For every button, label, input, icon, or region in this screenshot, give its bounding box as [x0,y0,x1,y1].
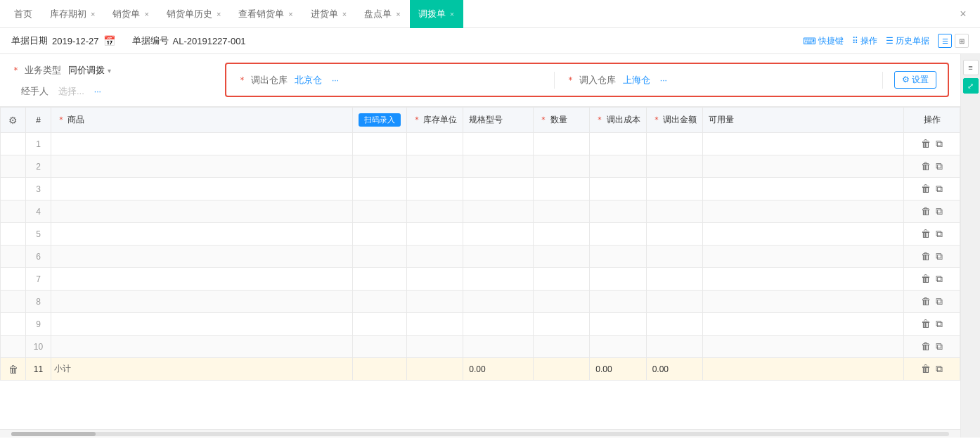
row-spec-cell-2[interactable] [463,155,534,178]
row-delete-btn-9[interactable]: 🗑 [921,318,931,329]
sidebar-expand-button[interactable]: ⤢ [963,78,979,94]
row-unit-cell-9[interactable] [406,313,463,336]
transfer-in-value[interactable]: 上海仓 [623,74,650,87]
row-copy-btn-sub[interactable]: ⧉ [936,363,943,375]
form-setting-button[interactable]: ⚙ 设置 [894,71,936,89]
row-product-cell-2[interactable] [51,155,353,178]
row-cost-cell-2[interactable] [590,155,646,178]
row-unit-cell-4[interactable] [406,200,463,223]
tab-purchase-close[interactable]: × [342,10,347,18]
row-spec-cell-1[interactable] [463,133,534,155]
row-cost-cell-4[interactable] [590,200,646,223]
row-cost-cell-10[interactable] [590,336,646,358]
biz-type-select[interactable]: 同价调拨 ▾ [65,63,114,78]
row-amount-cell-10[interactable] [646,336,702,358]
calendar-icon[interactable]: 📅 [103,35,115,46]
row-delete-btn-5[interactable]: 🗑 [921,228,931,239]
row-amount-cell-1[interactable] [646,133,702,155]
row-unit-cell-10[interactable] [406,336,463,358]
row-spec-cell-6[interactable] [463,246,534,268]
row-spec-cell-3[interactable] [463,178,534,200]
agent-more-icon[interactable]: ··· [94,87,101,96]
row-amount-cell-3[interactable] [646,178,702,200]
row-unit-cell-2[interactable] [406,155,463,178]
row-copy-btn-1[interactable]: ⧉ [936,138,943,150]
row-amount-cell-2[interactable] [646,155,702,178]
tab-sales-history-close[interactable]: × [217,10,221,18]
row-qty-cell-5[interactable] [534,223,590,246]
tab-inventory-check-close[interactable]: × [396,10,400,18]
tab-home[interactable]: 首页 [6,0,41,28]
row-unit-cell-7[interactable] [406,268,463,291]
row-product-cell-10[interactable] [51,336,353,358]
row-spec-cell-7[interactable] [463,268,534,291]
scrollbar-area[interactable] [0,429,960,438]
row-unit-cell-8[interactable] [406,291,463,313]
row-amount-cell-5[interactable] [646,223,702,246]
row-qty-cell-7[interactable] [534,268,590,291]
row-product-cell-8[interactable] [51,291,353,313]
tab-inventory-init[interactable]: 库存期初 × [41,0,104,28]
agent-placeholder[interactable]: 选择... [58,85,84,98]
tab-transfer-close[interactable]: × [450,10,454,18]
row-cost-cell-3[interactable] [590,178,646,200]
row-qty-cell-10[interactable] [534,336,590,358]
transfer-in-more-icon[interactable]: ··· [660,75,667,85]
row-qty-cell-9[interactable] [534,313,590,336]
row-copy-btn-2[interactable]: ⧉ [936,160,943,172]
row-product-cell-3[interactable] [51,178,353,200]
row-delete-btn-sub[interactable]: 🗑 [921,363,931,374]
row-unit-cell-3[interactable] [406,178,463,200]
table-gear-button[interactable]: ⚙ [8,115,18,126]
row-spec-cell-5[interactable] [463,223,534,246]
row-unit-cell-5[interactable] [406,223,463,246]
row-spec-cell-10[interactable] [463,336,534,358]
tab-view-sales[interactable]: 查看销货单 × [230,0,302,28]
tab-transfer[interactable]: 调拨单 × [410,0,463,28]
row-qty-cell-8[interactable] [534,291,590,313]
row-qty-cell-3[interactable] [534,178,590,200]
row-delete-btn-2[interactable]: 🗑 [921,160,931,172]
tab-inventory-init-close[interactable]: × [91,10,95,18]
row-delete-btn-8[interactable]: 🗑 [921,295,931,307]
layout-list-icon[interactable]: ☰ [938,34,952,48]
row-product-cell-5[interactable] [51,223,353,246]
row-spec-cell-8[interactable] [463,291,534,313]
row-delete-btn-10[interactable]: 🗑 [921,340,931,352]
window-close-button[interactable]: × [952,3,974,25]
row-cost-cell-7[interactable] [590,268,646,291]
row-amount-cell-9[interactable] [646,313,702,336]
row-copy-btn-4[interactable]: ⧉ [936,205,943,217]
row-copy-btn-6[interactable]: ⧉ [936,250,943,262]
row-spec-cell-4[interactable] [463,200,534,223]
row-amount-cell-4[interactable] [646,200,702,223]
sidebar-note-button[interactable]: ≡ [963,60,979,75]
history-btn[interactable]: ☰ 历史单据 [886,35,929,47]
tab-sales-history[interactable]: 销货单历史 × [158,0,230,28]
row-copy-btn-7[interactable]: ⧉ [936,273,943,285]
row-product-cell-4[interactable] [51,200,353,223]
row-copy-btn-10[interactable]: ⧉ [936,340,943,352]
row-product-cell-1[interactable] [51,133,353,155]
row-delete-btn[interactable]: 🗑 [8,364,18,375]
row-spec-cell-9[interactable] [463,313,534,336]
tab-purchase[interactable]: 进货单 × [302,0,356,28]
row-product-cell-9[interactable] [51,313,353,336]
row-cost-cell-1[interactable] [590,133,646,155]
row-cost-cell-5[interactable] [590,223,646,246]
row-delete-btn-7[interactable]: 🗑 [921,273,931,284]
row-amount-cell-7[interactable] [646,268,702,291]
row-unit-cell-6[interactable] [406,246,463,268]
row-delete-btn-6[interactable]: 🗑 [921,250,931,262]
row-copy-btn-5[interactable]: ⧉ [936,228,943,240]
row-copy-btn-9[interactable]: ⧉ [936,318,943,330]
row-cost-cell-8[interactable] [590,291,646,313]
row-qty-cell-2[interactable] [534,155,590,178]
row-delete-btn-3[interactable]: 🗑 [921,183,931,194]
row-amount-cell-6[interactable] [646,246,702,268]
row-qty-cell-6[interactable] [534,246,590,268]
tab-view-sales-close[interactable]: × [288,10,292,18]
layout-grid-icon[interactable]: ⊞ [955,34,969,48]
scan-entry-button[interactable]: 扫码录入 [359,113,401,127]
row-amount-cell-8[interactable] [646,291,702,313]
